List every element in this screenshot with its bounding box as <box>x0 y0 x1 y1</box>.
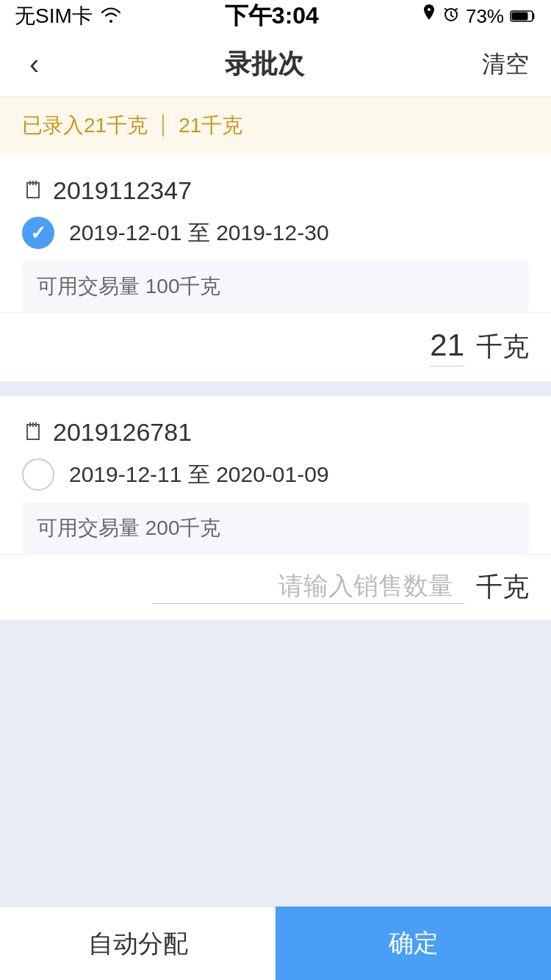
section-divider <box>0 381 551 396</box>
batch-2-input-row: 千克 <box>0 554 551 620</box>
batch-1-amount-unit: 千克 <box>476 329 529 365</box>
sales-quantity-input[interactable] <box>152 572 464 604</box>
batch-1-amount-value: 21 <box>430 328 464 367</box>
alarm-icon <box>442 5 460 28</box>
bottom-bar: 自动分配 确定 <box>0 907 551 980</box>
batch-1-date-row: 2019-12-01 至 2019-12-30 <box>22 217 529 249</box>
status-right: 73% <box>422 4 536 29</box>
batch-1-id: 2019112347 <box>53 176 192 205</box>
batch-1-amount-row: 21 千克 <box>0 312 551 381</box>
batch-2-avail-box: 可用交易量 200千克 <box>22 502 529 554</box>
svg-rect-2 <box>512 12 528 20</box>
batch-2-id: 2019126781 <box>53 418 192 447</box>
clear-button[interactable]: 清空 <box>482 48 529 81</box>
batch-1-header: 🗒 2019112347 <box>22 176 529 205</box>
batch-2-input-unit: 千克 <box>476 569 529 605</box>
confirm-button[interactable]: 确定 <box>276 907 551 980</box>
battery-icon <box>510 5 536 28</box>
location-icon <box>422 4 436 29</box>
nav-bar: ‹ 录批次 清空 <box>0 32 551 97</box>
battery-percent: 73% <box>466 5 504 28</box>
status-bar: 无SIM卡 下午3:04 73% <box>0 0 551 32</box>
recorded-value: 21千克 <box>179 112 242 140</box>
batch-2-date: 2019-12-11 至 2020-01-09 <box>69 460 329 490</box>
page-title: 录批次 <box>225 46 304 82</box>
batch-card-1: 🗒 2019112347 2019-12-01 至 2019-12-30 可用交… <box>0 154 551 312</box>
batch-2-avail: 可用交易量 200千克 <box>37 516 221 539</box>
batch-2-header: 🗒 2019126781 <box>22 418 529 447</box>
batch-2-date-row: 2019-12-11 至 2020-01-09 <box>22 458 529 491</box>
banner-divider <box>162 115 164 137</box>
wifi-icon <box>100 4 122 28</box>
info-banner: 已录入21千克 21千克 <box>0 97 551 154</box>
status-left: 无SIM卡 <box>15 2 122 30</box>
auto-distribute-button[interactable]: 自动分配 <box>0 907 276 980</box>
batch-1-date: 2019-12-01 至 2019-12-30 <box>69 218 329 248</box>
carrier-text: 无SIM卡 <box>15 2 93 30</box>
batch-1-icon: 🗒 <box>22 177 46 204</box>
status-time: 下午3:04 <box>225 0 319 32</box>
batch-card-2: 🗒 2019126781 2019-12-11 至 2020-01-09 可用交… <box>0 396 551 554</box>
batch-1-radio[interactable] <box>22 217 54 249</box>
batch-2-radio[interactable] <box>22 458 54 491</box>
batch-2-icon: 🗒 <box>22 419 46 446</box>
batch-1-avail-box: 可用交易量 100千克 <box>22 261 529 312</box>
empty-content-area <box>0 620 551 936</box>
recorded-label: 已录入21千克 <box>22 112 148 140</box>
batch-1-avail: 可用交易量 100千克 <box>37 275 221 298</box>
back-button[interactable]: ‹ <box>22 40 46 88</box>
